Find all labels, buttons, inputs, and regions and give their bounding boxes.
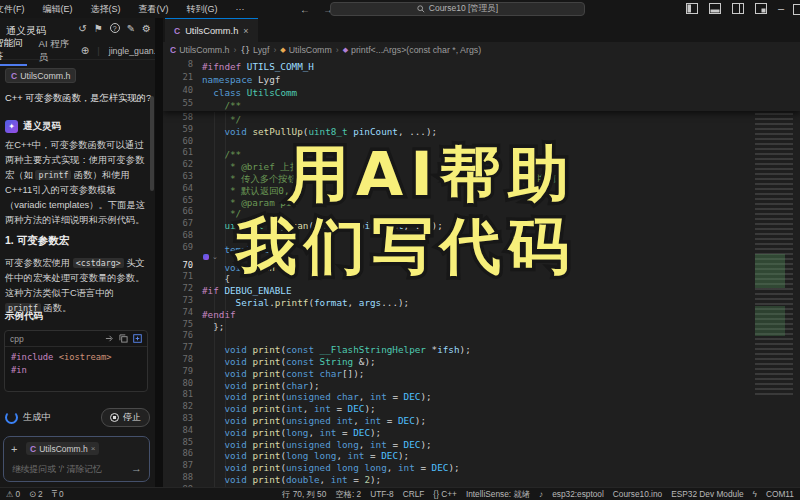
status-item[interactable]: 行 70, 列 50: [282, 489, 326, 500]
gear-icon[interactable]: ⚙: [142, 23, 151, 34]
breadcrumb-item[interactable]: ◆UtilsComm: [280, 45, 331, 55]
assistant-header: ✦ 通义灵码: [5, 120, 61, 133]
menu-selection[interactable]: 选择(S): [82, 3, 130, 16]
code-line-84: 84 void print(long, int = DEC);: [163, 425, 800, 437]
insert-code-icon[interactable]: [105, 334, 114, 343]
add-context-icon[interactable]: +: [11, 443, 17, 455]
stop-button[interactable]: 停止: [101, 408, 150, 427]
menu-file[interactable]: 文件(F): [0, 3, 34, 16]
lingma-sidebar: 通义灵码 ↺ ⚑ ? ✎ ⚙ 智能问答 AI 程序员 ⊕ | jingle_gu…: [0, 18, 155, 487]
status-right: 行 70, 列 50空格: 2UTF-8CRLF{} C++IntelliSen…: [282, 489, 794, 500]
user-question: C++ 可变参数函数，是怎样实现的?: [5, 92, 153, 105]
toggle-sidebar-icon[interactable]: [686, 3, 698, 14]
status-item[interactable]: Course10.ino: [613, 489, 662, 499]
line-content: };: [202, 321, 224, 332]
code-line-89: 89 void print(const Printable &);: [163, 484, 800, 487]
status-problems-item[interactable]: ⊙2: [29, 489, 43, 499]
line-number: 63: [163, 171, 202, 183]
tab-label: UtilsComm.h: [185, 26, 238, 36]
window-controls: –: [686, 3, 784, 14]
cpp-file-icon: C: [170, 45, 176, 55]
status-item[interactable]: esp32:esptool: [552, 489, 604, 499]
tab-utilscomm[interactable]: C UtilsComm.h ×: [165, 18, 258, 42]
sidebar-scrollbar[interactable]: [150, 96, 154, 191]
toggle-panel-icon[interactable]: [709, 3, 721, 14]
lingma-inline-icon[interactable]: [203, 254, 209, 260]
breadcrumb-item[interactable]: CUtilsComm.h: [170, 45, 229, 55]
menu-goto[interactable]: 转到(G): [178, 3, 227, 16]
editor-tab-bar: C UtilsComm.h ×: [163, 18, 800, 42]
status-item[interactable]: CRLF: [403, 489, 425, 499]
chevron-down-icon[interactable]: ⌄: [212, 254, 218, 260]
code-line-74: 74#endif: [163, 307, 800, 319]
status-item[interactable]: ESP32 Dev Module: [671, 489, 743, 499]
generation-status-row: 生成中 停止: [5, 408, 150, 426]
tab-ai-programmer[interactable]: AI 程序员: [39, 38, 70, 64]
copy-icon[interactable]: [119, 334, 128, 343]
line-number: 58: [163, 112, 202, 124]
lingma-logo-icon: ✦: [5, 120, 18, 133]
code-line-58: 58 */: [163, 112, 800, 124]
status-item[interactable]: IntelliSense: 就绪: [466, 489, 530, 500]
line-number: 67: [163, 218, 202, 230]
new-file-icon[interactable]: [133, 334, 142, 343]
line-number: 55: [163, 97, 202, 110]
sticky-scroll[interactable]: 8#ifndef UTILS_COMM_H21namespace Lygf40 …: [163, 58, 800, 111]
breadcrumb-separator: ›: [273, 45, 276, 55]
status-item[interactable]: ♪: [539, 489, 543, 499]
code-line-75: 75 };: [163, 319, 800, 331]
panel-divider[interactable]: [155, 18, 163, 487]
menu-more[interactable]: ···: [227, 4, 254, 14]
maximize-icon[interactable]: [793, 4, 800, 15]
sidebar-tabs: 智能问答 AI 程序员 ⊕ | jingle_guan...: [0, 42, 155, 60]
menu-edit[interactable]: 编辑(E): [34, 3, 82, 16]
help-icon[interactable]: ?: [110, 23, 120, 33]
feedback-icon[interactable]: ⚑: [94, 23, 103, 34]
close-icon[interactable]: ×: [243, 26, 248, 36]
minimize-icon[interactable]: –: [778, 3, 784, 14]
username: jingle_guan...: [109, 46, 155, 56]
generating-label: 生成中: [23, 411, 51, 424]
code-line-55: 55 /**: [163, 97, 800, 110]
line-number: 40: [163, 84, 202, 97]
status-problems-item[interactable]: ⚠0: [6, 489, 20, 499]
caption-overlay-line1: 用AI帮助: [288, 134, 576, 216]
status-item[interactable]: ϟ: [753, 489, 757, 499]
code-line-82: 82 void print(int, int = DEC);: [163, 401, 800, 413]
breadcrumb-item[interactable]: ◆printf<...Args>(const char *, Args): [343, 45, 481, 55]
tab-smart-qa[interactable]: 智能问答: [0, 37, 27, 65]
breadcrumb-label: printf<...Args>(const char *, Args): [351, 45, 481, 55]
namespace-icon: {}: [240, 46, 250, 55]
context-file-chip[interactable]: C UtilsComm.h: [5, 68, 76, 83]
breadcrumb[interactable]: CUtilsComm.h›{}Lygf›◆UtilsComm›◆printf<.…: [170, 42, 790, 58]
minimap-highlight: [755, 254, 785, 288]
code-line-76: 76: [163, 330, 800, 342]
input-file-chip[interactable]: C UtilsComm.h ×: [26, 442, 99, 455]
menu-bar: 文件(F) 编辑(E) 选择(S) 查看(V) 转到(G) ···: [0, 0, 254, 18]
chat-input[interactable]: + C UtilsComm.h × 继续提问或 '/' 清除记忆 →: [3, 436, 150, 482]
breadcrumb-item[interactable]: {}Lygf: [240, 45, 269, 55]
send-icon[interactable]: →: [131, 462, 142, 474]
status-item[interactable]: COM11: [766, 489, 794, 499]
status-item[interactable]: 空格: 2: [335, 489, 361, 500]
toggle-secondary-sidebar-icon[interactable]: [732, 3, 744, 14]
status-problems-item[interactable]: ₸0: [52, 489, 64, 499]
menu-view[interactable]: 查看(V): [130, 3, 178, 16]
line-number: 87: [163, 460, 202, 472]
code-line-40: 40 class UtilsComm: [163, 84, 800, 97]
remove-chip-icon[interactable]: ×: [91, 444, 96, 453]
line-number: 8: [163, 58, 202, 71]
line-number: 84: [163, 425, 202, 437]
line-number: 89: [163, 484, 202, 487]
status-item[interactable]: UTF-8: [370, 489, 394, 499]
status-item[interactable]: {} C++: [433, 489, 457, 499]
back-icon[interactable]: ←: [300, 4, 310, 15]
edit-icon[interactable]: ✎: [127, 23, 135, 34]
command-center-search[interactable]: Course10 [管理员]: [330, 2, 585, 16]
line-number: 74: [163, 307, 202, 319]
customize-layout-icon[interactable]: [755, 3, 767, 14]
new-chat-icon[interactable]: ⊕: [81, 45, 89, 56]
user-account[interactable]: jingle_guan...: [106, 46, 155, 56]
input-placeholder: 继续提问或 '/' 清除记忆: [12, 464, 102, 476]
history-icon[interactable]: ↺: [78, 23, 86, 34]
